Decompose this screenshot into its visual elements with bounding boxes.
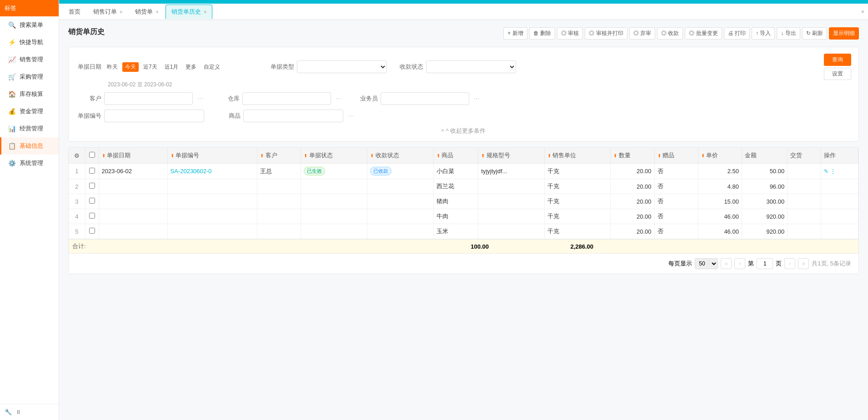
sidebar-item-base-info[interactable]: 📋 基础信息 (0, 137, 59, 155)
date-label: 单据日期 (76, 63, 101, 71)
print-button[interactable]: 🖨 打印 (724, 27, 750, 40)
audit-button[interactable]: ◎ 审核 (557, 27, 583, 40)
col-qty[interactable]: ⬆ 数量 (611, 148, 654, 164)
row-price: 46.00 (698, 224, 742, 239)
sidebar-item-ops-mgmt[interactable]: 📊 经营管理 (0, 120, 59, 137)
date-btn-custom[interactable]: 自定义 (201, 62, 223, 72)
tab-close-all[interactable]: × (861, 9, 864, 15)
goods-more-icon[interactable]: ··· (348, 112, 354, 120)
row-customer (257, 179, 301, 194)
row-payment-status: 已收款 (367, 164, 433, 179)
tab-sales-order-close[interactable]: × (120, 9, 122, 15)
row-trade (788, 164, 821, 179)
audit-print-button[interactable]: ◎ 审核并打印 (585, 27, 627, 40)
tab-sales-history[interactable]: 销货单历史 × (166, 5, 212, 19)
doc-icon: 📋 (8, 142, 16, 150)
tab-sales-history-close[interactable]: × (204, 9, 206, 15)
row-gift: 否 (654, 179, 698, 194)
col-doc-no[interactable]: ⬆ 单据编号 (167, 148, 257, 164)
next-page-btn[interactable]: › (784, 258, 795, 269)
sidebar-top: 标签 (0, 0, 59, 16)
sidebar-item-quick-nav[interactable]: ⚡ 快捷导航 (0, 34, 59, 51)
doc-no-input[interactable] (104, 110, 204, 122)
settings-icon[interactable]: 🔧 (5, 409, 12, 415)
payment-status-select[interactable] (426, 60, 516, 73)
doc-type-select[interactable] (297, 60, 387, 73)
top-header-bar (59, 0, 868, 4)
col-price[interactable]: ⬆ 单价 (698, 148, 742, 164)
collapse-button[interactable]: ^ ^ 收起更多条件 (76, 127, 851, 135)
batch-change-button[interactable]: ◎ 批量变更 (685, 27, 722, 40)
prev-page-btn[interactable]: ‹ (734, 258, 745, 269)
col-payment-status[interactable]: ⬆ 收款状态 (367, 148, 433, 164)
salesman-more-icon[interactable]: ··· (474, 95, 480, 103)
sidebar-item-label: 采购管理 (20, 73, 43, 81)
row-payment-status (367, 179, 433, 194)
chart-icon: 📈 (8, 56, 16, 63)
customer-input[interactable] (104, 92, 193, 105)
doc-no-link[interactable]: SA-20230602-0 (171, 168, 212, 175)
row-doc-status (301, 224, 367, 239)
col-unit[interactable]: ⬆ 销售单位 (544, 148, 611, 164)
warehouse-more-icon[interactable]: ··· (336, 95, 341, 103)
tab-sales-goods[interactable]: 销货单 × (129, 5, 164, 19)
goods-input[interactable] (243, 110, 343, 122)
refresh-button[interactable]: ↻ 刷新 (802, 27, 827, 40)
sidebar-item-sys-mgmt[interactable]: ⚙️ 系统管理 (0, 155, 59, 172)
import-button[interactable]: ↑ 导入 (752, 27, 775, 40)
sidebar-item-purchase-mgmt[interactable]: 🛒 采购管理 (0, 68, 59, 85)
date-btn-more[interactable]: 更多 (183, 62, 199, 72)
row-amount: 920.00 (742, 224, 787, 239)
salesman-input[interactable] (381, 92, 469, 105)
settings-button[interactable]: 设置 (824, 68, 851, 80)
row-price: 46.00 (698, 209, 742, 224)
table-row: 12023-06-02SA-20230602-0王总已生效已收款小白菜tyjyj… (69, 164, 858, 179)
col-trade: 交货 (788, 148, 821, 164)
pause-icon[interactable]: ⏸ (15, 409, 21, 415)
row-qty: 20.00 (611, 194, 654, 209)
col-action: 操作 (821, 148, 858, 164)
show-detail-button[interactable]: 显示明细 (829, 27, 859, 40)
date-btn-1month[interactable]: 近1月 (162, 62, 181, 72)
sidebar-item-sales-mgmt[interactable]: 📈 销售管理 (0, 51, 59, 68)
select-all-checkbox[interactable] (89, 152, 95, 158)
tab-home[interactable]: 首页 (63, 5, 86, 19)
tab-sales-order[interactable]: 销售订单 × (87, 5, 128, 19)
date-btn-yesterday[interactable]: 昨天 (104, 62, 120, 72)
page-input[interactable] (757, 258, 773, 269)
col-doc-date[interactable]: ⬆ 单据日期 (99, 148, 167, 164)
more-action[interactable]: ⋮ (830, 168, 836, 175)
edit-action[interactable]: ✎ (824, 168, 828, 175)
sidebar-item-search-menu[interactable]: 🔍 搜索菜单 (0, 16, 59, 34)
sidebar-item-label: 快捷导航 (20, 38, 43, 46)
delete-button[interactable]: 🗑 删除 (529, 27, 555, 40)
row-spec (478, 209, 545, 224)
date-btn-today[interactable]: 今天 (122, 62, 139, 72)
table-row: 3猪肉千克20.00否15.00300.00 (69, 194, 858, 209)
query-button[interactable]: 查询 (824, 54, 851, 66)
last-page-btn[interactable]: » (798, 258, 809, 269)
tab-sales-goods-close[interactable]: × (156, 9, 158, 15)
warehouse-input[interactable] (242, 92, 331, 105)
first-page-btn[interactable]: « (721, 258, 732, 269)
col-spec[interactable]: ⬆ 规格型号 (478, 148, 545, 164)
sidebar-item-label: 经营管理 (20, 125, 43, 133)
sort-icon: ⬆ (304, 153, 307, 158)
row-doc-no (167, 209, 257, 224)
customer-more-icon[interactable]: ··· (197, 95, 203, 103)
collect-button[interactable]: ◎ 收款 (657, 27, 683, 40)
sidebar-item-stock-calc[interactable]: 🏠 库存核算 (0, 85, 59, 103)
col-gift[interactable]: ⬆ 赠品 (654, 148, 698, 164)
sidebar-item-finance-mgmt[interactable]: 💰 资金管理 (0, 103, 59, 120)
col-doc-status[interactable]: ⬆ 单据状态 (301, 148, 367, 164)
col-customer[interactable]: ⬆ 客户 (257, 148, 301, 164)
row-trade (788, 224, 821, 239)
filter-warehouse: 仓库 ··· (214, 92, 341, 105)
abandon-button[interactable]: ◎ 弃审 (629, 27, 655, 40)
col-goods[interactable]: ⬆ 商品 (433, 148, 478, 164)
export-button[interactable]: ↓ 导出 (777, 27, 800, 40)
per-page-select[interactable]: 20 50 100 (695, 258, 718, 269)
col-settings[interactable]: ⚙ (69, 148, 85, 164)
add-button[interactable]: + 新增 (503, 27, 527, 40)
date-btn-7days[interactable]: 近7天 (140, 62, 160, 72)
